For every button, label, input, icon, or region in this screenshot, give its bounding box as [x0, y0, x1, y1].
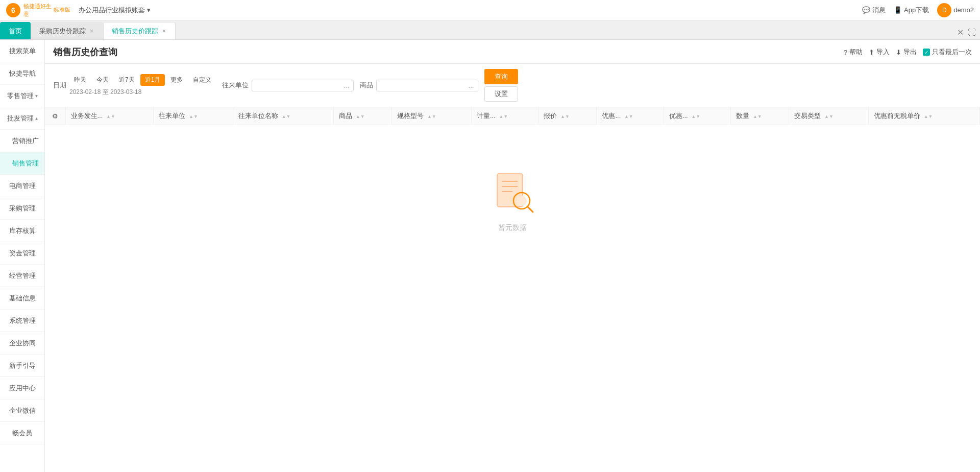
sidebar-item-basic-info[interactable]: 基础信息: [0, 287, 44, 310]
th-goods-label: 商品: [339, 112, 352, 120]
sort-icon[interactable]: ▲▼: [753, 114, 762, 119]
sidebar-item-enterprise[interactable]: 企业协同: [0, 332, 44, 355]
tab-purchase-close[interactable]: ×: [89, 27, 94, 36]
app-selector[interactable]: 办公用品行业模拟账套 ▾: [75, 4, 155, 17]
page-title-row: 销售历史价查询 ? 帮助 ⬆ 导入 ⬇ 导出 ✓: [53, 46, 972, 58]
sidebar-item-purchase[interactable]: 采购管理: [0, 197, 44, 220]
sidebar-item-ecommerce[interactable]: 电商管理: [0, 175, 44, 197]
message-action[interactable]: 💬 消息: [862, 6, 886, 15]
date-btn-1month[interactable]: 近1月: [140, 74, 165, 86]
date-btn-today[interactable]: 今天: [92, 74, 113, 86]
th-quantity-label: 数量: [736, 112, 749, 120]
partner-input[interactable]: [256, 82, 344, 89]
goods-input-wrap[interactable]: ...: [376, 80, 478, 91]
header-left: 6 畅捷通好生意 标准版 办公用品行业模拟账套 ▾: [6, 3, 155, 17]
sidebar: 搜索菜单 快捷导航 零售管理 ▾ 批发管理 ▴ 营销推广 销售管理 电商管理 采…: [0, 40, 45, 472]
sidebar-item-sales[interactable]: 销售管理: [0, 152, 44, 175]
sidebar-item-operations[interactable]: 经营管理: [0, 265, 44, 287]
th-settings[interactable]: ⚙: [45, 107, 65, 125]
settings-button[interactable]: 设置: [484, 86, 518, 102]
sidebar-item-label: 应用中心: [9, 384, 36, 393]
th-unit-label: 计量...: [477, 112, 496, 120]
date-btn-7days[interactable]: 近7天: [114, 74, 139, 86]
goods-dots[interactable]: ...: [469, 82, 474, 89]
app-download-label: App下载: [904, 6, 929, 15]
th-partner-code: 往来单位 ▲▼: [154, 107, 233, 125]
sidebar-item-app-center[interactable]: 应用中心: [0, 377, 44, 399]
sidebar-item-inventory[interactable]: 库存核算: [0, 220, 44, 242]
goods-input[interactable]: [381, 82, 468, 89]
tab-sales-history[interactable]: 销售历史价跟踪 ×: [103, 22, 176, 39]
th-partner-code-label: 往来单位: [159, 112, 185, 120]
th-biz-date: 业务发生... ▲▼: [65, 107, 154, 125]
date-btn-yesterday[interactable]: 昨天: [69, 74, 91, 86]
sort-icon[interactable]: ▲▼: [499, 114, 508, 119]
header-right: 💬 消息 📱 App下载 D demo2: [862, 3, 974, 17]
sort-icon[interactable]: ▲▼: [924, 114, 933, 119]
chevron-up-icon: ▴: [35, 115, 38, 121]
th-spec-label: 规格型号: [397, 112, 424, 120]
sidebar-item-marketing[interactable]: 营销推广: [0, 130, 44, 152]
partner-dots[interactable]: ...: [344, 82, 350, 89]
tab-home[interactable]: 首页: [0, 22, 31, 39]
sort-icon[interactable]: ▲▼: [624, 114, 633, 119]
help-btn[interactable]: ? 帮助: [844, 48, 863, 57]
tab-purchase-label: 采购历史价跟踪: [39, 27, 86, 36]
chevron-down-icon: ▾: [35, 93, 38, 99]
date-btn-custom[interactable]: 自定义: [188, 74, 216, 86]
sidebar-item-label: 企业微信: [9, 406, 36, 415]
page-header: 销售历史价查询 ? 帮助 ⬆ 导入 ⬇ 导出 ✓: [45, 40, 980, 64]
date-buttons: 昨天 今天 近7天 近1月 更多 自定义: [69, 74, 216, 86]
tab-purchase-history[interactable]: 采购历史价跟踪 ×: [31, 22, 103, 39]
tab-sales-close[interactable]: ×: [161, 27, 167, 36]
sort-icon[interactable]: ▲▼: [356, 114, 365, 119]
data-table: ⚙ 业务发生... ▲▼ 往来单位 ▲▼ 往来单位名称 ▲▼: [45, 107, 980, 125]
sidebar-item-wechat[interactable]: 企业微信: [0, 399, 44, 422]
app-download-action[interactable]: 📱 App下载: [894, 6, 929, 15]
sort-icon[interactable]: ▲▼: [560, 114, 570, 119]
user-menu[interactable]: D demo2: [937, 3, 974, 17]
close-window-icon[interactable]: ✕: [957, 28, 964, 37]
last-only-checkbox[interactable]: ✓ 只看最后一次: [923, 48, 972, 57]
import-btn[interactable]: ⬆ 导入: [869, 48, 890, 57]
partner-filter-group: 往来单位 ...: [222, 80, 354, 91]
sidebar-item-label: 基础信息: [9, 294, 36, 303]
sort-icon[interactable]: ▲▼: [427, 114, 436, 119]
sort-icon[interactable]: ▲▼: [106, 114, 115, 119]
th-goods: 商品 ▲▼: [334, 107, 392, 125]
search-button[interactable]: 查询: [484, 69, 518, 84]
th-unit: 计量... ▲▼: [471, 107, 538, 125]
message-label: 消息: [872, 6, 886, 15]
gear-icon[interactable]: ⚙: [52, 112, 58, 120]
sort-icon[interactable]: ▲▼: [282, 114, 291, 119]
sidebar-item-system[interactable]: 系统管理: [0, 310, 44, 332]
th-discount1-label: 优惠...: [602, 112, 621, 120]
sidebar-item-member[interactable]: 畅会员: [0, 422, 44, 444]
th-pretax-label: 优惠前无税单价: [874, 112, 920, 120]
sort-icon[interactable]: ▲▼: [189, 114, 198, 119]
sidebar-item-search-menu[interactable]: 搜索菜单: [0, 40, 44, 62]
sidebar-item-wholesale[interactable]: 批发管理 ▴: [0, 107, 44, 130]
message-icon: 💬: [862, 6, 870, 14]
sidebar-item-quick-nav[interactable]: 快捷导航: [0, 62, 44, 85]
sort-icon[interactable]: ▲▼: [691, 114, 700, 119]
logo-text: 畅捷通好生意: [23, 3, 52, 17]
partner-input-wrap[interactable]: ...: [252, 80, 354, 91]
sort-icon[interactable]: ▲▼: [824, 114, 834, 119]
sidebar-item-label: 企业协同: [9, 339, 36, 348]
sidebar-item-guide[interactable]: 新手引导: [0, 355, 44, 377]
import-icon: ⬆: [869, 49, 874, 56]
export-label: 导出: [903, 48, 917, 57]
sidebar-item-retail[interactable]: 零售管理 ▾: [0, 85, 44, 107]
chevron-down-icon: ▾: [147, 6, 151, 14]
app-name: 办公用品行业模拟账套: [79, 6, 145, 15]
sidebar-item-label: 销售管理: [12, 159, 39, 168]
sidebar-item-finance[interactable]: 资金管理: [0, 242, 44, 265]
phone-icon: 📱: [894, 6, 902, 14]
export-btn[interactable]: ⬇ 导出: [896, 48, 917, 57]
date-btn-more[interactable]: 更多: [166, 74, 187, 86]
maximize-icon[interactable]: ⛶: [968, 28, 976, 37]
tabs-bar: 首页 采购历史价跟踪 × 销售历史价跟踪 × ✕ ⛶: [0, 20, 980, 40]
username: demo2: [953, 6, 974, 14]
svg-line-5: [527, 206, 533, 212]
